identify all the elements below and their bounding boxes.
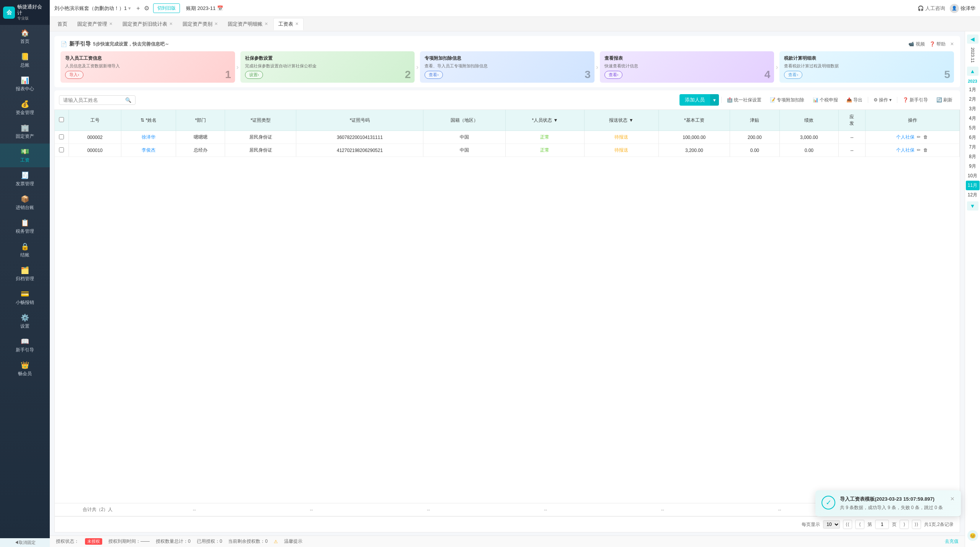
- action-social-0[interactable]: 个人社保: [896, 134, 915, 140]
- sidebar-item-settings[interactable]: ⚙️设置: [0, 310, 50, 333]
- account-selector[interactable]: 刘小艳演示账套（勿删勿动！）1 ▾: [54, 5, 131, 12]
- sidebar-item-ledger[interactable]: 📒总账: [0, 49, 50, 72]
- sidebar-item-guide[interactable]: 📖新手引导: [0, 333, 50, 357]
- next-page-button[interactable]: ⟩: [900, 520, 909, 529]
- guide-help-link[interactable]: ❓ 帮助: [929, 41, 946, 47]
- search-input[interactable]: [63, 97, 124, 103]
- tab-close-fixed_assets_mgr[interactable]: ✕: [109, 21, 113, 26]
- action-social-1[interactable]: 个人社保: [896, 147, 915, 153]
- month-item-10[interactable]: 10月: [966, 171, 980, 181]
- auth-expire: 授权到期时间：——: [108, 538, 150, 545]
- sidebar-item-reports[interactable]: 📊报表中心: [0, 72, 50, 96]
- sidebar-item-payroll[interactable]: 💵工资: [0, 144, 50, 167]
- month-down-button[interactable]: ▼: [967, 201, 978, 211]
- tax-report-button[interactable]: 📊 个税申报: [810, 95, 841, 105]
- tab-depreciation[interactable]: 固定资产折旧统计表✕: [118, 18, 177, 30]
- new-guide-button[interactable]: ❓ 新手引导: [900, 95, 931, 105]
- guide-step-2[interactable]: 社保参数设置 完成社保参数设置自动计算社保公积金 设置› 2: [240, 51, 415, 83]
- action-edit-1[interactable]: ✏: [917, 147, 921, 153]
- add-account-button[interactable]: +: [136, 4, 140, 13]
- month-item-9[interactable]: 9月: [966, 162, 980, 171]
- tab-close-asset_type[interactable]: ✕: [214, 21, 218, 26]
- first-page-button[interactable]: ⟨⟨: [843, 520, 852, 529]
- topup-link[interactable]: 去充值: [945, 538, 959, 545]
- topbar-settings-button[interactable]: ⚙: [143, 4, 150, 13]
- month-item-3[interactable]: 3月: [966, 104, 980, 114]
- select-all-checkbox[interactable]: [59, 117, 64, 122]
- refresh-button[interactable]: 🔄 刷新: [933, 95, 956, 105]
- tab-close-asset_detail[interactable]: ✕: [265, 21, 268, 26]
- guide-step-4[interactable]: 查看报表 快速查看统计信息 查看› 4: [600, 51, 774, 83]
- feedback-icon[interactable]: 😊: [967, 530, 978, 541]
- sidebar-item-home[interactable]: 🏠首页: [0, 25, 50, 49]
- sidebar-item-member[interactable]: 👑畅会员: [0, 357, 50, 381]
- add-person-dropdown[interactable]: ▾: [710, 94, 719, 106]
- guide-step-5[interactable]: 税款计算明细表 查看税款计算过程及明细数据 查看› 5: [779, 51, 954, 83]
- row-select-1[interactable]: [59, 147, 64, 152]
- account-dropdown-icon: ▾: [128, 5, 131, 11]
- sidebar-item-expense[interactable]: 💳小畅报销: [0, 286, 50, 310]
- sidebar-item-invoices[interactable]: 🧾发票管理: [0, 167, 50, 191]
- panel-collapse-button[interactable]: ◀: [967, 34, 978, 44]
- month-item-11[interactable]: 11月: [966, 181, 980, 190]
- action-edit-0[interactable]: ✏: [917, 134, 921, 140]
- month-item-1[interactable]: 1月: [966, 85, 980, 95]
- calendar-icon[interactable]: 📅: [217, 5, 223, 11]
- sidebar-icon-payroll: 💵: [21, 147, 29, 156]
- tab-fixed_assets_mgr[interactable]: 固定资产管理✕: [73, 18, 117, 30]
- tab-asset_type[interactable]: 固定资产类别✕: [178, 18, 222, 30]
- employee-name-link-0[interactable]: 徐泽华: [142, 134, 155, 140]
- step-btn-2[interactable]: 设置›: [245, 71, 263, 79]
- tab-close-depreciation[interactable]: ✕: [169, 21, 173, 26]
- tab-asset_detail[interactable]: 固定资产明细账✕: [223, 18, 273, 30]
- action-delete-0[interactable]: 🗑: [923, 134, 928, 140]
- user-menu[interactable]: 👤 徐泽华: [950, 4, 975, 13]
- guide-step-1[interactable]: 导入员工工资信息 人员信息及工资数据新增导入 导入› 1: [60, 51, 235, 83]
- month-item-4[interactable]: 4月: [966, 114, 980, 123]
- step-btn-1[interactable]: 导入›: [65, 71, 83, 79]
- export-button[interactable]: 📤 导出: [843, 95, 866, 105]
- sidebar-icon-reports: 📊: [21, 76, 29, 85]
- unfix-button[interactable]: ◀取消固定: [0, 538, 50, 547]
- customer-service-button[interactable]: 🎧 人工咨询: [918, 5, 945, 12]
- month-item-6[interactable]: 6月: [966, 133, 980, 142]
- month-item-8[interactable]: 8月: [966, 152, 980, 162]
- col-name[interactable]: ⇅ *姓名: [121, 110, 176, 131]
- sidebar-item-fixed_assets[interactable]: 🏢固定资产: [0, 120, 50, 144]
- panel-date-label[interactable]: 2023.11: [970, 45, 975, 65]
- tab-home[interactable]: 首页: [53, 18, 72, 30]
- step-btn-3[interactable]: 查看›: [425, 71, 443, 79]
- sidebar-item-close[interactable]: 🔒结账: [0, 238, 50, 262]
- sidebar-item-tax[interactable]: 📋税务管理: [0, 215, 50, 238]
- month-item-7[interactable]: 7月: [966, 142, 980, 152]
- guide-step-3[interactable]: 专项附加扣除信息 查看、导入员工专项附加扣除信息 查看› 3: [420, 51, 595, 83]
- last-page-button[interactable]: ⟩⟩: [912, 520, 921, 529]
- tab-payroll_table[interactable]: 工资表✕: [273, 18, 304, 30]
- step-btn-4[interactable]: 查看›: [604, 71, 623, 79]
- more-actions-button[interactable]: ⚙ 操作 ▾: [871, 95, 895, 105]
- notif-close-button[interactable]: ✕: [950, 496, 955, 502]
- add-person-button[interactable]: 添加人员: [679, 94, 710, 106]
- tab-close-payroll_table[interactable]: ✕: [295, 21, 299, 26]
- guide-video-link[interactable]: 📹 视频: [908, 41, 924, 47]
- month-item-5[interactable]: 5月: [966, 123, 980, 133]
- action-delete-1[interactable]: 🗑: [923, 147, 928, 153]
- social-insurance-button[interactable]: 🏥 统一社保设置: [724, 95, 764, 105]
- month-up-button[interactable]: ▲: [967, 67, 978, 76]
- cell-actions-1: 个人社保 ✏ 🗑: [866, 144, 960, 157]
- special-deduction-button[interactable]: 📝 专项附加扣除: [767, 95, 807, 105]
- switch-old-version-button[interactable]: 切到旧版: [153, 3, 180, 13]
- step-btn-5[interactable]: 查看›: [784, 71, 802, 79]
- page-input[interactable]: [875, 520, 889, 529]
- row-select-0[interactable]: [59, 134, 64, 139]
- prev-page-button[interactable]: ⟨: [855, 520, 864, 529]
- sidebar-item-inventory[interactable]: 📦进销台账: [0, 191, 50, 215]
- search-box: 🔍: [59, 95, 136, 105]
- guide-close-button[interactable]: ✕: [950, 41, 954, 47]
- sidebar-item-archive[interactable]: 🗂️归档管理: [0, 262, 50, 286]
- month-item-2[interactable]: 2月: [966, 95, 980, 104]
- month-item-12[interactable]: 12月: [966, 190, 980, 200]
- employee-name-link-1[interactable]: 李俊杰: [142, 147, 155, 153]
- sidebar-item-funds[interactable]: 💰资金管理: [0, 96, 50, 120]
- per-page-select[interactable]: 10 20 50: [823, 520, 840, 529]
